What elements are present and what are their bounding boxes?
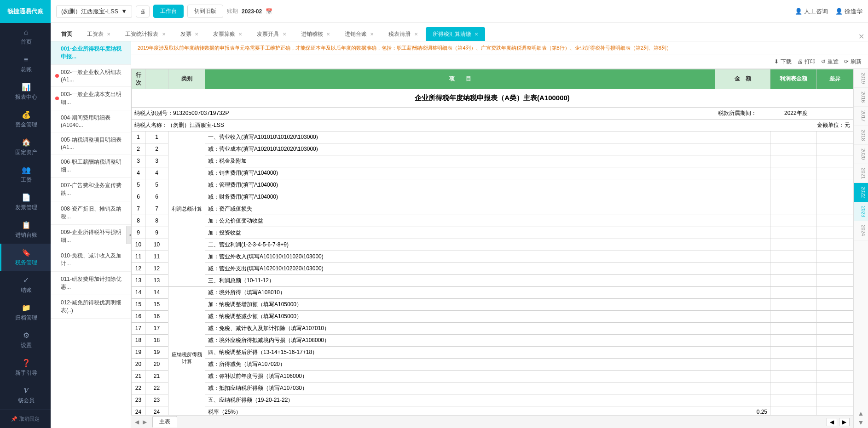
cell-profit[interactable] [770,203,816,215]
sidebar-item-report[interactable]: 📊 报表中心 [0,78,51,106]
cell-diff[interactable] [816,227,853,239]
cell-amount[interactable] [715,215,770,227]
cell-amount[interactable] [715,143,770,155]
left-panel-item-005[interactable]: 005-纳税调整项目明细表(A1... [51,132,131,154]
cell-project[interactable]: 减：营业外支出(填写A102010\102020\103000) [205,263,715,274]
cell-amount[interactable] [715,239,770,251]
tab-income-tax[interactable]: 所得税汇算清缴 ✕ [426,27,485,41]
left-panel-item-002[interactable]: 002-一般企业收入明细表(A1... [51,65,131,87]
left-panel-item-012[interactable]: 012-减免所得税优惠明细表(..) [51,295,131,319]
sidebar-item-capital[interactable]: 💰 资金管理 [0,106,51,133]
tab-tax-clear-close[interactable]: ✕ [414,32,418,37]
left-panel-item-008[interactable]: 008-资产折旧、摊销及纳税... [51,201,131,225]
cell-profit[interactable] [770,286,816,298]
sidebar-item-invoice[interactable]: 📄 发票管理 [0,188,51,216]
cell-diff[interactable] [816,286,853,298]
sidebar-item-ledger[interactable]: ≡ 总账 [0,51,51,78]
tab-tax-clear[interactable]: 税表清册 ✕ [382,27,424,41]
sidebar-item-tax[interactable]: 🔖 税务管理 [0,244,51,271]
cell-amount[interactable] [715,298,770,310]
year-2022[interactable]: 2022 [854,183,868,202]
cell-amount[interactable] [715,286,770,298]
cell-amount[interactable] [715,203,770,215]
cell-project[interactable]: 减：税金及附加 [205,155,715,167]
tab-salary[interactable]: 工资表 ✕ [80,27,117,41]
cell-amount[interactable] [715,394,770,406]
cell-profit[interactable] [770,239,816,251]
year-2021[interactable]: 2021 [854,164,868,183]
calendar-icon[interactable]: 📅 [266,8,272,15]
left-panel-item-007[interactable]: 007-广告费和业务宣传费跌... [51,178,131,201]
cell-project[interactable]: 减：财务费用(填写A104000) [205,191,715,203]
tab-purchase-verify[interactable]: 进销稽核 ✕ [294,27,337,41]
year-2017[interactable]: 2017 [854,107,868,126]
cell-amount[interactable] [715,358,770,370]
cell-amount[interactable] [715,382,770,394]
cell-project[interactable]: 减：境外应税所得抵减境内亏损（填写A108000） [205,334,715,346]
print-document-btn[interactable]: 🖨 [136,6,150,17]
sidebar-item-member[interactable]: V 畅会员 [0,382,51,409]
cell-diff[interactable] [816,382,853,394]
left-panel-item-003[interactable]: 003-一般企业成本支出明细... [51,87,131,110]
year-2023[interactable]: 2023 [854,202,868,221]
close-all-btn[interactable]: ✕ [858,32,864,41]
workbench-btn[interactable]: 工作台 [153,5,184,18]
cell-profit[interactable] [770,227,816,239]
switch-old-btn[interactable]: 切到旧版 [187,5,223,18]
cell-profit[interactable] [770,310,816,322]
cell-diff[interactable] [816,239,853,251]
cell-project[interactable]: 加：公允价值变动收益 [205,215,715,227]
cell-diff[interactable] [816,346,853,358]
cell-amount[interactable]: 0.25 [715,406,770,415]
cell-profit[interactable] [770,370,816,382]
tab-purchase-verify-close[interactable]: ✕ [326,32,330,37]
cell-diff[interactable] [816,310,853,322]
cell-diff[interactable] [816,322,853,334]
tab-invoice-open-close[interactable]: ✕ [283,32,286,37]
cell-project[interactable]: 加：营业外收入(填写A101010\101020\103000) [205,251,715,263]
cell-profit[interactable] [770,406,816,415]
left-panel-item-009[interactable]: 009-企业所得税补亏损明细... [51,225,131,248]
cell-project[interactable]: 五、应纳税所得额（19-20-21-22） [205,394,715,406]
cell-diff[interactable] [816,334,853,346]
left-panel-item-001[interactable]: 001-企业所得税年度纳税申报... [51,41,131,65]
cell-profit[interactable] [770,298,816,310]
cell-project[interactable]: 减：所得减免（填写A107020） [205,358,715,370]
left-panel-item-004[interactable]: 004-期间费用明细表(A1040... [51,110,131,132]
cell-project[interactable]: 四、纳税调整后所得（13-14+15-16-17+18） [205,346,715,358]
cell-diff[interactable] [816,394,853,406]
cell-project[interactable]: 二、营业利润(1-2-3-4-5-6-7-8+9) [205,239,715,251]
cell-amount[interactable] [715,346,770,358]
cell-project[interactable]: 减：境外所得（填写A108010） [205,286,715,298]
year-scroll-up-btn[interactable]: ▲ [858,410,864,417]
user-info[interactable]: 👤 徐逢华 [835,7,862,16]
left-panel-item-010[interactable]: 010-免税、减计收入及加计... [51,248,131,272]
year-2018[interactable]: 2018 [854,126,868,145]
cell-project[interactable]: 三、利润总额（10-11-12） [205,274,715,286]
tab-salary-stats-close[interactable]: ✕ [162,32,166,37]
cell-project[interactable]: 减：营业成本(填写A102010\102020\103000) [205,143,715,155]
cell-project[interactable]: 一、营业收入(填写A101010\101020\103000) [205,131,715,143]
cell-project[interactable]: 减：销售费用(填写A104000) [205,167,715,179]
cell-diff[interactable] [816,406,853,415]
cell-profit[interactable] [770,334,816,346]
cell-amount[interactable] [715,155,770,167]
sidebar-footer-pin[interactable]: 📌 取消固定 [0,410,51,428]
ai-consult-btn[interactable]: 👤 人工咨询 [795,7,828,16]
cell-profit[interactable] [770,382,816,394]
tab-invoice-calc[interactable]: 发票算账 ✕ [206,27,249,41]
cell-amount[interactable] [715,310,770,322]
cell-diff[interactable] [816,131,853,143]
sidebar-item-archive[interactable]: 📁 归档管理 [0,299,51,326]
download-btn[interactable]: ⬇ 下载 [774,58,792,66]
sidebar-item-home[interactable]: ⌂ 首页 [0,23,51,51]
cell-project[interactable]: 减：管理费用(填写A104000) [205,179,715,191]
cell-amount[interactable] [715,251,770,263]
cell-diff[interactable] [816,263,853,274]
cell-amount[interactable] [715,370,770,382]
left-panel-item-006[interactable]: 006-职工薪酬纳税调整明细... [51,154,131,178]
tab-invoice-close[interactable]: ✕ [195,32,198,37]
sidebar-item-settings[interactable]: ⚙ 设置 [0,326,51,354]
tab-income-tax-close[interactable]: ✕ [475,32,478,37]
cell-amount[interactable] [715,179,770,191]
